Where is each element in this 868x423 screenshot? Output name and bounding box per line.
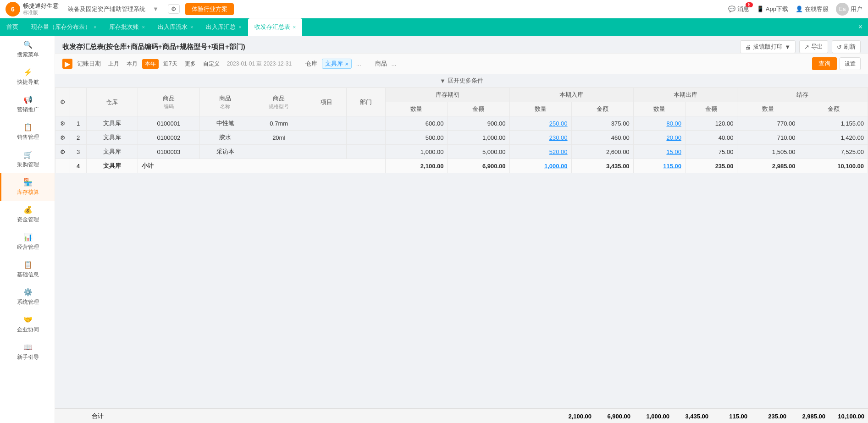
tab-home-label: 首页 [6, 23, 18, 31]
tab-batch[interactable]: 库存批次账 × [103, 18, 151, 36]
subtotal-opening-amt: 6,900.00 [448, 159, 509, 173]
sidebar-item-system[interactable]: ⚙️ 系统管理 [0, 283, 55, 311]
guide-icon: 📖 [23, 343, 33, 352]
top-bar: 6 畅捷通好生意 标准版 装备及固定资产辅助管理系统 ▼ ⚙ 体验行业方案 💬 … [0, 0, 868, 18]
row-in-qty[interactable]: 250.00 [509, 116, 571, 131]
tab-inventory-dist-label: 现存量（库存分布表） [31, 23, 91, 31]
gear-icon[interactable]: ⚙ [168, 4, 180, 14]
sidebar-item-inventory[interactable]: 🏪 库存核算 [0, 173, 55, 201]
sidebar-item-basic[interactable]: 📋 基础信息 [0, 256, 55, 283]
subtotal-out-qty[interactable]: 115.00 [633, 159, 685, 173]
sidebar-item-finance[interactable]: 💰 资金管理 [0, 201, 55, 228]
avatar: Ea [836, 3, 849, 16]
row-out-qty[interactable]: 80.00 [633, 116, 685, 131]
row-out-qty[interactable]: 15.00 [633, 145, 685, 159]
filter-toggle-btn[interactable]: ▶ [62, 59, 72, 69]
subtotal-in-qty[interactable]: 1,000.00 [509, 159, 571, 173]
message-item[interactable]: 💬 消息 6 [728, 5, 749, 13]
sidebar-item-quicknav[interactable]: ⚡ 快捷导航 [0, 63, 55, 91]
row-opening-amt: 900.00 [448, 116, 509, 131]
table-footer: 合计 2,100.00 6,900.00 1,000.00 3,435.00 1… [55, 408, 868, 423]
expand-conditions-btn[interactable]: ▼ 展开更多条件 [440, 77, 483, 85]
subtotal-seq: 4 [70, 159, 87, 173]
footer-in-qty: 1,000.00 [634, 413, 673, 420]
row-balance-qty: 1,505.00 [737, 145, 799, 159]
collab-icon: 🤝 [23, 315, 33, 324]
row-department [346, 131, 386, 145]
date-opt-custom[interactable]: 自定义 [200, 59, 222, 69]
trial-button[interactable]: 体验行业方案 [185, 3, 234, 15]
th-in-group: 本期入库 [509, 88, 633, 102]
app-download-item[interactable]: 📱 App下载 [757, 5, 788, 13]
row-seq: 2 [70, 131, 87, 145]
tab-batch-close[interactable]: × [142, 24, 144, 30]
date-opt-thismonth[interactable]: 本月 [124, 59, 140, 69]
subtotal-balance-qty: 2,985.00 [737, 159, 799, 173]
th-gear[interactable]: ⚙ [55, 88, 70, 116]
th-out-amt: 金额 [686, 102, 737, 116]
row-department [346, 145, 386, 159]
table-container: ⚙ 仓库 商品编码 商品名称 商品规格型号 项目 部门 库存期初 本期入库 本期… [55, 88, 868, 408]
tab-home[interactable]: 首页 [0, 18, 25, 36]
tab-inventory-dist-close[interactable]: × [94, 24, 96, 30]
th-goods-spec: 商品规格型号 [251, 88, 307, 116]
warehouse-more[interactable]: ... [356, 60, 361, 67]
refresh-button[interactable]: ↺ 刷新 [832, 40, 861, 53]
tab-flow[interactable]: 出入库流水 × [151, 18, 199, 36]
goods-more[interactable]: ... [392, 60, 397, 67]
sidebar-label-inventory: 库存核算 [17, 188, 39, 196]
message-badge: 6 [746, 2, 753, 7]
date-options: 上月 本月 本年 近7天 更多 自定义 [105, 59, 222, 69]
warehouse-tag-remove[interactable]: × [345, 60, 348, 67]
sidebar-item-marketing[interactable]: 📢 营销推广 [0, 91, 55, 118]
close-all-tabs[interactable]: × [853, 23, 868, 31]
sidebar-item-business[interactable]: 📊 经营管理 [0, 228, 55, 256]
th-warehouse: 仓库 [87, 88, 138, 116]
tab-summary[interactable]: 出入库汇总 × [199, 18, 248, 36]
sidebar-item-guide[interactable]: 📖 新手引导 [0, 338, 55, 366]
settings-button[interactable]: 设置 [840, 57, 861, 70]
tab-summary-close[interactable]: × [238, 24, 241, 30]
row-gear[interactable]: ⚙ [55, 145, 70, 159]
export-button[interactable]: ↗ 导出 [799, 40, 828, 53]
finance-icon: 💰 [23, 205, 33, 214]
sidebar-label-marketing: 营销推广 [17, 106, 39, 114]
online-service-item[interactable]: 👤 在线客服 [796, 5, 829, 13]
tab-inventory-dist[interactable]: 现存量（库存分布表） × [25, 18, 103, 36]
sidebar-item-sales[interactable]: 📋 销售管理 [0, 118, 55, 146]
tab-flow-close[interactable]: × [190, 24, 193, 30]
sidebar-item-collab[interactable]: 🤝 企业协同 [0, 311, 55, 338]
sidebar-item-search[interactable]: 🔍 搜索菜单 [0, 36, 55, 63]
warehouse-tag[interactable]: 文具库 × [322, 59, 352, 69]
tab-receive-send[interactable]: 收发存汇总表 × [248, 18, 302, 36]
table-row: ⚙ 2 文具库 0100002 胶水 20ml 500.00 1,000.00 … [55, 131, 868, 145]
row-gear[interactable]: ⚙ [55, 116, 70, 131]
system-dropdown-icon[interactable]: ▼ [153, 5, 159, 12]
date-opt-lastmonth[interactable]: 上月 [105, 59, 122, 69]
row-goods-name: 采访本 [199, 145, 251, 159]
sidebar-label-business: 经营管理 [17, 243, 39, 251]
row-in-qty[interactable]: 230.00 [509, 131, 571, 145]
query-button[interactable]: 查询 [812, 57, 837, 70]
row-out-qty[interactable]: 20.00 [633, 131, 685, 145]
footer-out-qty: 115.00 [712, 413, 751, 420]
row-out-amt: 75.00 [686, 145, 737, 159]
expand-label: 展开更多条件 [448, 77, 483, 85]
warehouse-tag-value: 文具库 [325, 60, 343, 68]
row-warehouse: 文具库 [87, 116, 138, 131]
tab-receive-send-close[interactable]: × [293, 24, 296, 30]
print-button[interactable]: 🖨 拔镜版打印 ▼ [740, 40, 796, 53]
date-opt-thisyear[interactable]: 本年 [142, 59, 159, 69]
row-gear[interactable]: ⚙ [55, 131, 70, 145]
date-opt-7days[interactable]: 近7天 [160, 59, 180, 69]
row-in-qty[interactable]: 520.00 [509, 145, 571, 159]
user-item[interactable]: Ea 用户 [836, 3, 862, 16]
table-row: ⚙ 3 文具库 0100003 采访本 1,000.00 5,000.00 52… [55, 145, 868, 159]
sidebar-item-purchase[interactable]: 🛒 采购管理 [0, 146, 55, 173]
refresh-icon: ↺ [837, 44, 842, 50]
business-icon: 📊 [23, 233, 33, 242]
date-opt-more[interactable]: 更多 [182, 59, 199, 69]
row-out-amt: 120.00 [686, 116, 737, 131]
th-opening-group: 库存期初 [386, 88, 509, 102]
phone-icon: 📱 [757, 5, 764, 12]
